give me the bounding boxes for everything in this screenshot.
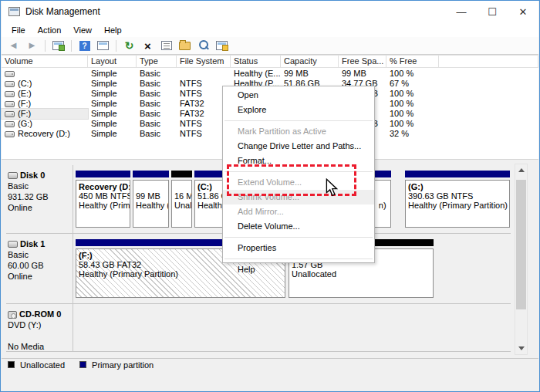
title-bar: Disk Management — ☐ ✕ xyxy=(2,1,538,22)
menu-item-help[interactable]: Help xyxy=(223,262,374,277)
menu-item-open[interactable]: Open xyxy=(223,88,374,103)
table-row[interactable]: Simple Basic Healthy (E... 99 MB 99 MB 1… xyxy=(2,69,538,79)
column-header-layout[interactable]: Layout xyxy=(88,56,137,67)
partition-efi-99mb[interactable]: 99 MB Healthy (EFI System Partition) xyxy=(133,171,169,228)
volume-layout: Simple xyxy=(88,79,137,89)
volume-type: Basic xyxy=(137,109,177,119)
maximize-button[interactable]: ☐ xyxy=(477,1,508,22)
cdrom0-label[interactable]: CD-ROM 0 DVD (Y:) No Media xyxy=(6,304,73,351)
column-header-capacity[interactable]: Capacity xyxy=(281,56,339,67)
vertical-scrollbar[interactable] xyxy=(515,164,528,355)
cdrom-media-status: No Media xyxy=(8,341,71,352)
menu-separator xyxy=(224,237,373,238)
volume-name: (E:) xyxy=(18,89,32,99)
forward-icon[interactable]: ► xyxy=(25,39,39,52)
minimize-button[interactable]: — xyxy=(446,1,477,22)
column-header-file-system[interactable]: File System xyxy=(177,56,231,67)
volume-layout: Simple xyxy=(88,109,137,119)
primary-partition-bar xyxy=(405,171,510,177)
toolbar-separator xyxy=(116,40,116,52)
toolbar: ◄ ► ? ↻ × xyxy=(2,37,538,55)
volume-name: (C:) xyxy=(18,79,32,89)
menu-item-explore[interactable]: Explore xyxy=(223,103,374,117)
close-button[interactable]: ✕ xyxy=(508,1,538,22)
search-icon[interactable] xyxy=(197,39,210,52)
partition-unallocated-16mb[interactable]: 16 MB Unallocated xyxy=(171,171,192,228)
primary-partition-bar xyxy=(76,171,130,177)
volume-icon xyxy=(5,101,15,107)
primary-partition-bar xyxy=(133,171,169,177)
volume-pct-free: 100 % xyxy=(386,109,439,119)
column-header-status[interactable]: Status xyxy=(231,56,281,67)
menu-action[interactable]: Action xyxy=(32,25,68,35)
scroll-down-icon[interactable] xyxy=(515,343,527,354)
volume-status: Healthy (E... xyxy=(231,69,281,79)
manage-window-icon[interactable] xyxy=(215,39,228,52)
properties-icon[interactable] xyxy=(160,39,173,52)
volume-list-header: Volume Layout Type File System Status Ca… xyxy=(2,55,538,68)
menu-item-change-drive-letter[interactable]: Change Drive Letter and Paths... xyxy=(223,139,374,154)
disk1-label[interactable]: Disk 1 Basic 60.00 GB Online xyxy=(6,234,73,303)
volume-name: (F:) xyxy=(18,99,31,109)
cdrom-icon xyxy=(8,311,17,319)
menu-separator xyxy=(224,259,373,259)
refresh-icon[interactable]: ↻ xyxy=(123,39,136,52)
menu-item-delete-volume[interactable]: Delete Volume... xyxy=(223,219,374,234)
disk-size: 60.00 GB xyxy=(8,260,71,271)
partition-g[interactable]: (G:) 390.63 GB NTFS Healthy (Primary Par… xyxy=(405,171,510,228)
column-header-free-space[interactable]: Free Spa... xyxy=(339,56,386,67)
open-folder-icon[interactable] xyxy=(178,39,191,52)
unallocated-legend-label: Unallocated xyxy=(20,360,65,370)
legend-bar: Unallocated Primary partition xyxy=(2,358,538,370)
volume-capacity: 99 MB xyxy=(281,69,339,79)
volume-icon xyxy=(5,111,15,117)
volume-free: 99 MB xyxy=(339,69,386,79)
volume-pct-free: 100 % xyxy=(386,69,439,79)
volume-name: (F:) xyxy=(18,109,31,119)
window-controls: — ☐ ✕ xyxy=(446,1,538,22)
primary-partition-legend-label: Primary partition xyxy=(92,360,154,370)
disk-management-window: Disk Management — ☐ ✕ File Action View H… xyxy=(0,0,540,392)
cdrom0-row: CD-ROM 0 DVD (Y:) No Media xyxy=(6,304,511,352)
volume-icon xyxy=(5,131,15,137)
menu-item-properties[interactable]: Properties xyxy=(223,241,374,255)
volume-type: Basic xyxy=(137,129,177,139)
column-header-pct-free[interactable]: % Free xyxy=(386,56,439,67)
toolbar-separator xyxy=(71,40,72,52)
volume-name: (G:) xyxy=(18,119,32,129)
scroll-up-icon[interactable] xyxy=(515,164,527,176)
console-window-icon[interactable] xyxy=(96,39,110,52)
help-icon[interactable]: ? xyxy=(78,39,91,52)
volume-type: Basic xyxy=(137,119,177,129)
volume-type: Basic xyxy=(137,99,177,109)
column-header-type[interactable]: Type xyxy=(137,56,177,67)
partition-recovery-d[interactable]: Recovery (D:) 450 MB NTFS Healthy (Prima… xyxy=(76,171,130,228)
unallocated-legend-swatch xyxy=(8,361,15,368)
volume-layout: Simple xyxy=(88,129,137,139)
cdrom0-graph xyxy=(76,304,511,351)
volume-pct-free: 32 % xyxy=(386,129,439,139)
disk0-label[interactable]: Disk 0 Basic 931.32 GB Online xyxy=(6,165,73,233)
volume-layout: Simple xyxy=(88,89,137,99)
back-icon[interactable]: ◄ xyxy=(7,39,20,52)
scrollbar-thumb[interactable] xyxy=(516,180,526,309)
disk-status: Online xyxy=(8,202,71,213)
volume-type: Basic xyxy=(137,79,177,89)
menu-help[interactable]: Help xyxy=(98,25,128,35)
primary-partition-legend-swatch xyxy=(79,361,86,368)
window-title: Disk Management xyxy=(25,6,100,17)
volume-icon xyxy=(5,81,15,87)
menu-bar: File Action View Help xyxy=(2,22,538,37)
show-console-tree-icon[interactable] xyxy=(52,39,65,52)
menu-file[interactable]: File xyxy=(5,25,32,35)
column-header-volume[interactable]: Volume xyxy=(2,56,88,67)
menu-view[interactable]: View xyxy=(67,25,98,35)
delete-icon[interactable]: × xyxy=(141,39,154,52)
volume-name: Recovery (D:) xyxy=(18,129,70,139)
volume-pct-free: 100 % xyxy=(386,99,439,109)
volume-icon xyxy=(5,91,15,97)
volume-pct-free: 67 % xyxy=(386,79,439,89)
disk-type: Basic xyxy=(8,181,71,191)
volume-layout: Simple xyxy=(88,99,137,109)
volume-icon xyxy=(5,71,15,77)
